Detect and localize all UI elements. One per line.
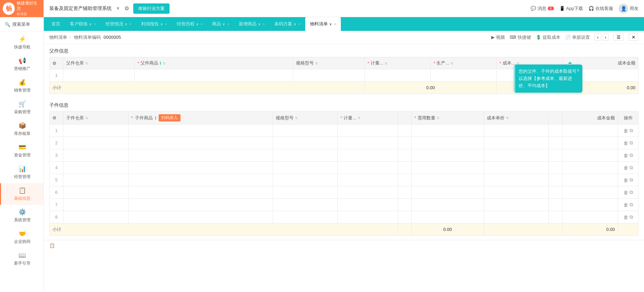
sidebar-item-system[interactable]: ⚙️ 系统管理 [0, 205, 44, 226]
copy-icon[interactable]: ⧉ [630, 177, 633, 183]
child-spec-cell[interactable] [273, 149, 338, 162]
delete-icon[interactable]: 🗑 [623, 165, 628, 171]
child-goods-cell[interactable] [128, 199, 273, 211]
tab-new-goods[interactable]: 新增商品 ∨ × [234, 17, 270, 31]
child-qty-cell[interactable] [411, 211, 484, 223]
close-tab-button[interactable]: ✕ [629, 34, 639, 41]
child-spec-cell[interactable] [273, 186, 338, 199]
child-warehouse-cell[interactable] [63, 186, 128, 199]
child-qty-cell[interactable] [411, 199, 484, 211]
child-spec-cell[interactable] [273, 137, 338, 149]
delete-icon[interactable]: 🗑 [623, 214, 628, 220]
copy-icon[interactable]: ⧉ [630, 189, 633, 195]
delete-icon[interactable]: 🗑 [623, 177, 628, 183]
child-unit-cell[interactable] [338, 162, 398, 174]
view-video-button[interactable]: ▶ 视频 [491, 34, 505, 40]
tab-bom[interactable]: 物料清单 ∨ × [305, 17, 341, 31]
parent-warehouse-cell[interactable] [63, 69, 135, 82]
tab-close-icon[interactable]: × [201, 22, 203, 26]
sidebar-item-purchase[interactable]: 🛒 采购管理 [0, 97, 44, 118]
sidebar-item-inventory[interactable]: 📦 库存核算 [0, 118, 44, 140]
sort-icon[interactable]: ⇅ [85, 116, 88, 120]
child-unit-cell[interactable] [338, 149, 398, 162]
child-qty-cell[interactable] [411, 186, 484, 199]
sort-icon[interactable]: ⇅ [385, 61, 387, 65]
parent-produce-cell[interactable] [431, 69, 497, 82]
child-unit-cell[interactable] [338, 125, 398, 137]
child-unit-cell[interactable] [338, 211, 398, 223]
child-qty-cell[interactable] [411, 149, 484, 162]
search-menu-button[interactable]: 🔍 搜索菜单 [3, 20, 41, 29]
sidebar-item-operations[interactable]: 📊 经营管理 [0, 162, 44, 183]
copy-icon[interactable]: ⧉ [630, 128, 633, 133]
user-button[interactable]: 👤 用友 [619, 4, 639, 13]
dropdown-arrow-icon[interactable]: ▼ [116, 6, 120, 11]
message-button[interactable]: 💬 消息 6 [531, 5, 554, 12]
info-icon[interactable]: ℹ [155, 116, 157, 120]
sidebar-item-sales[interactable]: 💰 销售管理 [0, 75, 44, 97]
child-goods-cell[interactable] [128, 137, 273, 149]
extract-cost-button[interactable]: 💲 提取成本 [536, 34, 560, 40]
child-unit-cost-cell[interactable] [484, 149, 549, 162]
tab-close-active-icon[interactable]: × [334, 22, 336, 26]
tab-close-icon[interactable]: × [263, 22, 265, 26]
child-unit-cell[interactable] [338, 174, 398, 186]
sidebar-item-cooperation[interactable]: 🤝 企业协同 [0, 226, 44, 248]
sidebar-search-area[interactable]: 🔍 搜索菜单 [0, 17, 44, 32]
sort-icon[interactable]: ⇅ [163, 61, 165, 65]
child-warehouse-cell[interactable] [63, 211, 128, 223]
child-unit-cost-cell[interactable] [484, 125, 549, 137]
tab-close-icon[interactable]: × [227, 22, 229, 26]
parent-goods-cell[interactable] [135, 69, 293, 82]
parent-spec-cell[interactable] [293, 69, 364, 82]
doc-settings-button[interactable]: 📄 单据设置 [565, 34, 590, 40]
child-unit-cell[interactable] [338, 186, 398, 199]
child-spec-cell[interactable] [273, 211, 338, 223]
delete-icon[interactable]: 🗑 [623, 140, 628, 146]
tab-home[interactable]: 首页 [47, 17, 65, 31]
child-unit-cost-cell[interactable] [484, 211, 549, 223]
child-goods-cell[interactable] [128, 211, 273, 223]
copy-icon[interactable]: ⧉ [630, 202, 633, 208]
info-icon[interactable]: ℹ [160, 61, 161, 66]
tab-close-icon[interactable]: × [298, 22, 300, 26]
child-qty-cell[interactable] [411, 174, 484, 186]
tab-customer[interactable]: 客户联络 ∨ × [65, 17, 101, 31]
parent-unit-cell[interactable] [364, 69, 431, 82]
sort-icon[interactable]: ⇅ [315, 61, 318, 65]
shortcut-button[interactable]: ⌨ 快捷键 [510, 34, 531, 40]
delete-icon[interactable]: 🗑 [623, 153, 628, 158]
tab-close-icon[interactable]: × [129, 22, 132, 26]
tooltip-close-button[interactable]: × [577, 67, 580, 74]
child-unit-cell[interactable] [338, 137, 398, 149]
tab-close-icon[interactable]: × [165, 22, 167, 26]
delete-icon[interactable]: 🗑 [623, 202, 628, 208]
list-view-button[interactable]: ☰ [614, 34, 624, 41]
child-warehouse-cell[interactable] [63, 125, 128, 137]
child-spec-cell[interactable] [273, 174, 338, 186]
child-unit-cost-cell[interactable] [484, 137, 549, 149]
child-warehouse-cell[interactable] [63, 199, 128, 211]
child-goods-cell[interactable] [128, 174, 273, 186]
child-unit-cost-cell[interactable] [484, 186, 549, 199]
child-goods-cell[interactable] [128, 186, 273, 199]
tab-barcode[interactable]: 条码方案 ∨ × [270, 17, 305, 31]
child-warehouse-cell[interactable] [63, 149, 128, 162]
child-qty-cell[interactable] [411, 125, 484, 137]
prev-record-button[interactable]: ‹ [595, 34, 601, 41]
copy-icon[interactable]: ⧉ [630, 165, 633, 171]
child-goods-cell[interactable] [128, 149, 273, 162]
child-goods-cell[interactable] [128, 125, 273, 137]
sidebar-item-basic-info[interactable]: 📋 基础信息 [0, 183, 44, 205]
th-gear[interactable]: ⚙ [50, 57, 63, 69]
delete-icon[interactable]: 🗑 [623, 190, 628, 195]
support-button[interactable]: 🎧 在线客服 [589, 5, 613, 12]
tab-goods[interactable]: 商品 ∨ × [207, 17, 234, 31]
sort-icon[interactable]: ⇅ [506, 116, 509, 120]
next-record-button[interactable]: › [603, 34, 609, 41]
child-unit-cost-cell[interactable] [484, 174, 549, 186]
child-unit-cell[interactable] [338, 199, 398, 211]
sort-icon[interactable]: ⇅ [295, 116, 298, 120]
delete-icon[interactable]: 🗑 [623, 128, 628, 133]
child-goods-cell[interactable] [128, 162, 273, 174]
